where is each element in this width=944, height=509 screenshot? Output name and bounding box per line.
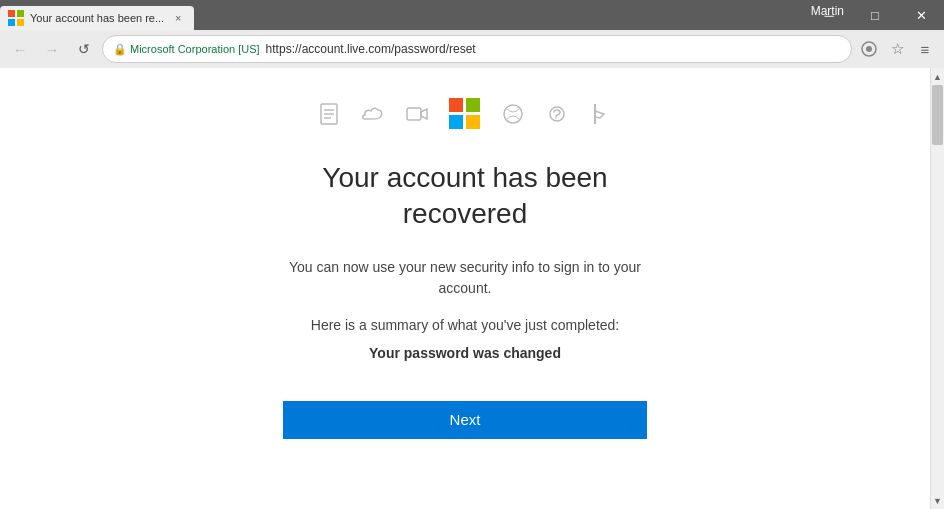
svg-point-12 <box>504 105 522 123</box>
titlebar: Your account has been re... × Martin ─ □… <box>0 0 944 30</box>
scroll-thumb[interactable] <box>932 85 943 145</box>
ms-logo-yellow <box>466 115 480 129</box>
scroll-up-button[interactable]: ▲ <box>931 68 945 85</box>
menu-button[interactable]: ≡ <box>912 36 938 62</box>
restore-button[interactable]: □ <box>852 0 898 30</box>
main-heading: Your account has been recovered <box>322 160 607 233</box>
tab-close-button[interactable]: × <box>170 10 186 26</box>
content-wrapper: Your account has been recovered You can … <box>0 68 944 509</box>
skype-video-icon <box>405 102 429 126</box>
user-label: Martin <box>811 4 844 18</box>
lock-icon: 🔒 <box>113 43 127 56</box>
svg-rect-2 <box>8 19 15 26</box>
ms-icons-row <box>317 98 613 130</box>
close-button[interactable]: ✕ <box>898 0 944 30</box>
svg-rect-3 <box>17 19 24 26</box>
tab-favicon <box>8 10 24 26</box>
url-text: https://account.live.com/password/reset <box>266 42 841 56</box>
xbox-icon <box>501 102 525 126</box>
summary-value: Your password was changed <box>369 345 561 361</box>
ms-logo-blue <box>449 115 463 129</box>
summary-intro-label: Here is a summary of what you've just co… <box>311 317 619 333</box>
ssl-org-label: Microsoft Corporation [US] <box>130 43 260 55</box>
svg-rect-0 <box>8 10 15 17</box>
ms-logo-green <box>466 98 480 112</box>
address-bar[interactable]: 🔒 Microsoft Corporation [US] https://acc… <box>102 35 852 63</box>
svg-marker-11 <box>421 109 427 119</box>
browser-tab[interactable]: Your account has been re... × <box>0 6 194 30</box>
skype-icon <box>545 102 569 126</box>
forward-button[interactable]: → <box>38 35 66 63</box>
svg-point-5 <box>866 46 872 52</box>
svg-rect-10 <box>407 108 421 120</box>
svg-rect-1 <box>17 10 24 17</box>
extension-icon-button[interactable] <box>856 36 882 62</box>
word-icon <box>317 102 341 126</box>
microsoft-logo <box>449 98 481 130</box>
scroll-down-button[interactable]: ▼ <box>931 492 945 509</box>
onedrive-icon <box>361 102 385 126</box>
bing-icon <box>589 102 613 126</box>
nav-icons-right: ☆ ≡ <box>856 36 938 62</box>
svg-point-13 <box>555 117 557 119</box>
scrollbar: ▲ ▼ <box>930 68 944 509</box>
ms-logo-red <box>449 98 463 112</box>
tab-area: Your account has been re... × <box>0 6 194 30</box>
back-button[interactable]: ← <box>6 35 34 63</box>
next-button[interactable]: Next <box>283 401 647 439</box>
refresh-button[interactable]: ↺ <box>70 35 98 63</box>
scroll-track[interactable] <box>931 85 944 492</box>
navbar: ← → ↺ 🔒 Microsoft Corporation [US] https… <box>0 30 944 68</box>
ssl-badge: 🔒 Microsoft Corporation [US] <box>113 43 260 56</box>
sub-text: You can now use your new security info t… <box>285 257 645 299</box>
tab-title: Your account has been re... <box>30 12 164 24</box>
bookmark-star-button[interactable]: ☆ <box>884 36 910 62</box>
page-content: Your account has been recovered You can … <box>0 68 930 509</box>
